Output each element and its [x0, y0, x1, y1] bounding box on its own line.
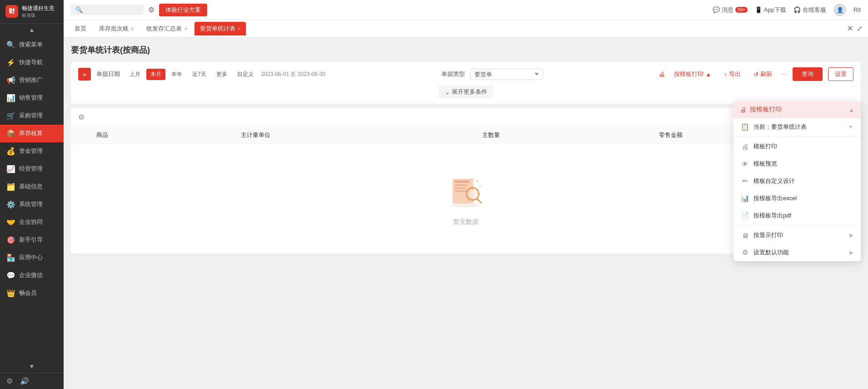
trial-btn[interactable]: 体验行业方案: [159, 4, 207, 16]
set-default-item[interactable]: ⚙ 设置默认功能 ▶: [733, 244, 861, 261]
date-btn-custom[interactable]: 自定义: [233, 69, 258, 80]
sidebar-item-marketing[interactable]: 📢 营销推广: [0, 71, 64, 89]
sidebar-item-operations[interactable]: 📈 经营管理: [0, 160, 64, 178]
current-template-item[interactable]: 📋 当前：要货单统计表 ▼: [733, 118, 861, 136]
svg-rect-5: [454, 191, 468, 192]
sidebar-item-shortcut[interactable]: ⚡ 快捷导航: [0, 54, 64, 71]
excel-icon: 📊: [741, 194, 749, 202]
user-avatar[interactable]: 👤: [833, 4, 846, 16]
current-template-icon: 📋: [741, 123, 749, 131]
search-nav-icon: 🔍: [6, 40, 15, 49]
sidebar-settings-icon[interactable]: ⚙: [6, 377, 13, 385]
display-print-label: 按显示打印: [753, 231, 783, 239]
search-input[interactable]: [85, 6, 131, 13]
sidebar-logo: 财 畅捷通好生意 标准版: [0, 0, 64, 24]
sidebar-item-label: 营销推广: [19, 76, 43, 84]
date-btn-last-7-days[interactable]: 近7天: [188, 69, 210, 80]
more-actions-icon[interactable]: ···: [781, 70, 787, 78]
display-print-item[interactable]: 🖥 按显示打印 ▶: [733, 227, 861, 244]
date-btn-more[interactable]: 更多: [212, 69, 231, 80]
svg-rect-2: [454, 181, 469, 182]
date-btn-last-month[interactable]: 上月: [125, 69, 145, 80]
chevron-down-icon: ▼: [848, 124, 853, 130]
template-export-pdf-item[interactable]: 📄 按模板导出pdf: [733, 207, 861, 224]
svg-text:✦: ✦: [475, 179, 479, 183]
sidebar-item-finance[interactable]: 💰 资金管理: [0, 142, 64, 160]
refresh-btn[interactable]: ↺ 刷新: [750, 68, 776, 81]
sidebar: 财 畅捷通好生意 标准版 ▲ 🔍 搜索菜单 ⚡ 快捷导航 📢 营销推广 📊 销售…: [0, 0, 64, 389]
tab-receipts-summary[interactable]: 收发存汇总表 ×: [141, 22, 192, 35]
tab-inventory-batch[interactable]: 库存批次账 ×: [94, 22, 139, 35]
filter-expand-row: ⌄ 展开更多条件: [78, 86, 853, 98]
sidebar-item-wechat[interactable]: 💬 企业微信: [0, 267, 64, 284]
set-default-icon: ⚙: [741, 248, 749, 257]
template-design-item[interactable]: ✏ 模板自定义设计: [733, 172, 861, 190]
tab-close-receipts-summary[interactable]: ×: [184, 26, 187, 31]
sidebar-item-member[interactable]: 👑 畅会员: [0, 284, 64, 302]
tab-close-inventory-batch[interactable]: ×: [131, 26, 134, 31]
sidebar-item-label: 企业协同: [19, 218, 43, 226]
export-btn[interactable]: ↑ 导出: [720, 68, 744, 81]
sidebar-item-search[interactable]: 🔍 搜索菜单: [0, 36, 64, 54]
dropdown-header-right: ▲: [848, 106, 854, 113]
sidebar-speaker-icon[interactable]: 🔊: [20, 377, 29, 385]
sidebar-item-label: 销售管理: [19, 94, 43, 102]
filter-toggle-btn[interactable]: »: [78, 68, 91, 81]
sidebar-item-label: 企业微信: [19, 271, 43, 279]
sidebar-item-guide[interactable]: 🎯 新手引导: [0, 231, 64, 249]
topbar-gear-icon[interactable]: ⚙: [148, 5, 155, 14]
page-title: 要货单统计表(按商品): [71, 45, 861, 56]
svg-text:✦: ✦: [479, 185, 481, 188]
marketing-nav-icon: 📢: [6, 76, 15, 85]
settings-btn[interactable]: 设置: [828, 67, 853, 81]
template-print-item[interactable]: 🖨 模板打印: [733, 138, 861, 155]
sidebar-item-system[interactable]: ⚙️ 系统管理: [0, 196, 64, 213]
guide-nav-icon: 🎯: [6, 236, 15, 244]
basic-nav-icon: 🗂️: [6, 182, 15, 191]
template-print-label: 模板打印: [753, 142, 777, 151]
tab-maximize-icon[interactable]: ⤢: [857, 24, 863, 33]
table-gear-icon[interactable]: ⚙: [78, 113, 85, 121]
download-icon: 📱: [755, 6, 762, 13]
date-range-display: 2023-06-01 至 2023-06-30: [261, 71, 325, 78]
sidebar-item-collab[interactable]: 🤝 企业协同: [0, 213, 64, 231]
query-btn[interactable]: 查询: [793, 67, 823, 81]
date-btn-this-month[interactable]: 本月: [146, 69, 165, 80]
message-btn[interactable]: 💬 消息 99+: [713, 6, 748, 14]
sidebar-item-basic[interactable]: 🗂️ 基础信息: [0, 178, 64, 196]
tab-order-stats[interactable]: 要货单统计表 ×: [195, 22, 246, 35]
tab-close-icon[interactable]: ✕: [847, 24, 853, 33]
topbar-search-box[interactable]: 🔍: [71, 5, 144, 15]
print-template-btn[interactable]: 按模板打印 ▲: [670, 68, 715, 81]
expand-conditions-btn[interactable]: ⌄ 展开更多条件: [439, 86, 494, 98]
template-export-excel-item[interactable]: 📊 按模板导出excel: [733, 190, 861, 207]
sidebar-scroll-down[interactable]: ▼: [0, 360, 64, 373]
template-export-pdf-label: 按模板导出pdf: [753, 212, 791, 220]
tab-close-order-stats[interactable]: ×: [238, 26, 240, 31]
order-type-select[interactable]: 要货单: [470, 69, 543, 80]
template-preview-label: 模板预览: [753, 160, 777, 168]
receipts-summary-tab-label: 收发存汇总表: [146, 25, 182, 33]
print-icon[interactable]: 🖨: [658, 71, 665, 78]
date-btn-this-year[interactable]: 本年: [167, 69, 186, 80]
dropdown-title-area: 🖨 按模板打印: [740, 106, 782, 114]
sidebar-item-sales[interactable]: 📊 销售管理: [0, 89, 64, 107]
sidebar-item-label: 搜索菜单: [19, 40, 43, 49]
template-preview-item[interactable]: 👁 模板预览: [733, 155, 861, 172]
print-dropdown-menu: 🖨 按模板打印 ▲ 📋 当前：要货单统计表 ▼ 🖨 模板打印: [733, 101, 861, 261]
app-download-btn[interactable]: 📱 App下载: [755, 6, 786, 14]
app-edition: 标准版: [22, 12, 55, 19]
tab-home[interactable]: 首页: [69, 22, 92, 35]
inventory-batch-tab-label: 库存批次账: [99, 25, 129, 33]
sidebar-item-label: 库存核算: [19, 129, 43, 137]
sidebar-item-appstore[interactable]: 🏪 应用中心: [0, 249, 64, 267]
online-service-btn[interactable]: 🎧 在线客服: [793, 6, 826, 14]
sidebar-item-inventory[interactable]: 📦 库存核算: [0, 125, 64, 142]
sidebar-item-purchase[interactable]: 🛒 采购管理: [0, 107, 64, 125]
template-print-icon: 🖨: [741, 143, 749, 151]
sidebar-item-label: 快捷导航: [19, 58, 43, 66]
sidebar-nav: 🔍 搜索菜单 ⚡ 快捷导航 📢 营销推广 📊 销售管理 🛒 采购管理 📦 库存核…: [0, 36, 64, 360]
expand-icon: ⌄: [445, 89, 450, 96]
sidebar-scroll-up[interactable]: ▲: [0, 24, 64, 36]
print-icon-label: 按模板打印: [674, 70, 703, 78]
